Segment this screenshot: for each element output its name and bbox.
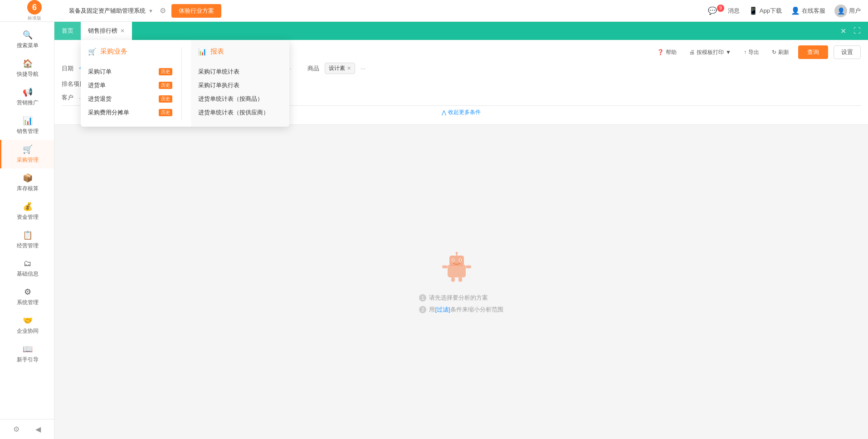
search-icon: 🔍	[23, 30, 33, 40]
empty-tips: 1 请先选择要分析的方案 2 用[过滤]条件来缩小分析范围	[419, 292, 503, 316]
sidebar-item-label: 企业协同	[17, 327, 39, 335]
svg-point-4	[452, 259, 454, 261]
expand-tab-btn[interactable]: ⛶	[853, 27, 864, 35]
query-button[interactable]: 查询	[798, 45, 828, 59]
reports-dropdown-col: 📊 报表 采购订单统计表 采购订单执行表 进货单统计表（按商品）	[191, 40, 290, 127]
dropdown-item-report-4[interactable]: 进货单统计表（按供应商）	[198, 106, 283, 119]
dropdown-item-label: 采购订单执行表	[198, 81, 239, 89]
finance-icon: 💰	[23, 202, 33, 212]
export-btn[interactable]: ↑ 导出	[740, 47, 763, 58]
sidebar-item-coop[interactable]: 🤝 企业协同	[0, 311, 54, 340]
tip-num-2: 2	[419, 306, 426, 313]
purchase-dropdown-col: 🛒 采购业务 采购订单 历史 进货单 历史 进货退货	[88, 47, 172, 119]
collapse-label: 收起更多条件	[448, 109, 481, 116]
header-right: 💬 9 消息 📱 App下载 👤 在线客服 👤 用户	[708, 5, 861, 17]
top-header: 6 标准版 装备及固定资产辅助管理系统 ▼ ⚙ 体验行业方案 💬 9 消息 📱 …	[0, 0, 868, 22]
sidebar-item-quick[interactable]: 🏠 快捷导航	[0, 54, 54, 83]
help-label: 帮助	[666, 49, 677, 56]
svg-rect-8	[442, 266, 448, 268]
sidebar-item-label: 基础信息	[17, 270, 39, 278]
settings-button[interactable]: 设置	[834, 45, 861, 59]
sidebar-item-search[interactable]: 🔍 搜索菜单	[0, 25, 54, 54]
sidebar-item-label: 系统管理	[17, 299, 39, 306]
trial-button[interactable]: 体验行业方案	[171, 4, 221, 18]
sidebar-bottom: ⚙ ◀	[0, 419, 54, 439]
logo-area: 6 标准版	[7, 0, 62, 21]
tab-sales-rank[interactable]: 销售排行榜 ✕ 🛒 采购业务 采购订单 历史	[81, 22, 132, 40]
online-service-item[interactable]: 👤 在线客服	[791, 6, 825, 15]
print-btn[interactable]: 🖨 按模板打印 ▼	[686, 47, 735, 58]
sidebar-item-label: 资金管理	[17, 213, 39, 221]
dropdown-item-label: 进货单统计表（按商品）	[198, 95, 263, 103]
goods-dots[interactable]: ···	[361, 65, 366, 72]
sidebar-item-basic[interactable]: 🗂 基础信息	[0, 254, 54, 282]
print-dropdown-icon: ▼	[726, 49, 731, 55]
empty-state: 1 请先选择要分析的方案 2 用[过滤]条件来缩小分析范围	[419, 248, 503, 316]
online-service-label: 在线客服	[802, 7, 825, 15]
logo-sub: 标准版	[28, 15, 41, 21]
svg-point-5	[459, 259, 461, 261]
sidebar-item-system[interactable]: ⚙ 系统管理	[0, 282, 54, 311]
system-title-text: 装备及固定资产辅助管理系统	[69, 7, 146, 15]
sidebar: 🔍 搜索菜单 🏠 快捷导航 📢 营销推广 📊 销售管理 🛒 采购管理 📦 库存核…	[0, 22, 54, 439]
sidebar-item-inventory[interactable]: 📦 库存核算	[0, 168, 54, 197]
dropdown-item-report-1[interactable]: 采购订单统计表	[198, 65, 283, 79]
refresh-icon: ↻	[772, 49, 776, 55]
close-tab-btn[interactable]: ✕	[840, 27, 850, 35]
date-label: 日期	[62, 64, 73, 73]
reports-col-icon: 📊	[198, 48, 207, 56]
help-icon: ❓	[657, 49, 664, 55]
purchase-col-title-text: 采购业务	[100, 47, 127, 56]
sidebar-item-guide[interactable]: 📖 新手引导	[0, 340, 54, 368]
refresh-btn[interactable]: ↻ 刷新	[768, 47, 793, 58]
tab-bar-actions: ✕ ⛶	[840, 27, 868, 35]
sidebar-item-operations[interactable]: 📋 经营管理	[0, 226, 54, 254]
dropdown-item-purchase-return[interactable]: 进货退货 历史	[88, 92, 172, 106]
main-layout: 🔍 搜索菜单 🏠 快捷导航 📢 营销推广 📊 销售管理 🛒 采购管理 📦 库存核…	[0, 22, 868, 439]
sidebar-item-label: 搜索菜单	[17, 42, 39, 49]
export-label: 导出	[748, 49, 759, 56]
tab-home[interactable]: 首页	[54, 22, 81, 40]
guide-icon: 📖	[23, 344, 33, 354]
dropdown-item-label: 进货单	[88, 81, 106, 89]
svg-rect-10	[451, 277, 455, 282]
goods-tag-text: 设计素	[329, 64, 345, 72]
main-content: 1 请先选择要分析的方案 2 用[过滤]条件来缩小分析范围	[54, 125, 868, 439]
collapse-sidebar-icon[interactable]: ◀	[35, 425, 41, 434]
sidebar-item-label: 快捷导航	[17, 70, 39, 78]
reports-col-title-text: 报表	[210, 47, 224, 56]
avatar: 👤	[834, 5, 847, 17]
title-dropdown-icon[interactable]: ▼	[148, 8, 153, 14]
messages-item[interactable]: 💬 9 消息	[708, 6, 740, 15]
purchase-icon: 🛒	[23, 144, 33, 154]
svg-point-7	[456, 252, 458, 254]
system-title-area: 装备及固定资产辅助管理系统 ▼ ⚙	[69, 6, 166, 15]
dropdown-item-label: 采购订单	[88, 68, 112, 76]
sidebar-item-sales[interactable]: 📊 销售管理	[0, 111, 54, 140]
messages-badge: 9	[717, 5, 724, 12]
user-item[interactable]: 👤 用户	[834, 5, 861, 17]
empty-robot-icon	[439, 248, 475, 285]
settings-gear-icon[interactable]: ⚙	[160, 6, 166, 15]
dropdown-item-label: 进货单统计表（按供应商）	[198, 109, 269, 117]
dropdown-item-purchase-order[interactable]: 采购订单 历史	[88, 65, 172, 79]
app-download-label: App下载	[760, 7, 782, 15]
sidebar-item-marketing[interactable]: 📢 营销推广	[0, 83, 54, 111]
help-btn[interactable]: ❓ 帮助	[653, 47, 680, 58]
operations-icon: 📋	[23, 230, 33, 240]
dropdown-item-report-3[interactable]: 进货单统计表（按商品）	[198, 92, 283, 106]
goods-tag-remove-icon[interactable]: ✕	[347, 65, 351, 71]
reports-col-title: 📊 报表	[198, 47, 283, 59]
sidebar-item-finance[interactable]: 💰 资金管理	[0, 197, 54, 226]
tip-num-1: 1	[419, 294, 426, 301]
app-download-item[interactable]: 📱 App下载	[749, 6, 782, 15]
sidebar-item-label: 营销推广	[17, 99, 39, 107]
tip2-text: 用[过滤]条件来缩小分析范围	[429, 304, 503, 316]
dropdown-item-purchase-in[interactable]: 进货单 历史	[88, 79, 172, 92]
tip2-highlight: [过滤]	[435, 306, 450, 313]
close-tab-icon[interactable]: ✕	[120, 28, 125, 34]
bottom-settings-icon[interactable]: ⚙	[13, 425, 20, 434]
dropdown-item-purchase-expense[interactable]: 采购费用分摊单 历史	[88, 106, 172, 119]
dropdown-item-report-2[interactable]: 采购订单执行表	[198, 79, 283, 92]
sidebar-item-purchase[interactable]: 🛒 采购管理	[0, 140, 54, 168]
